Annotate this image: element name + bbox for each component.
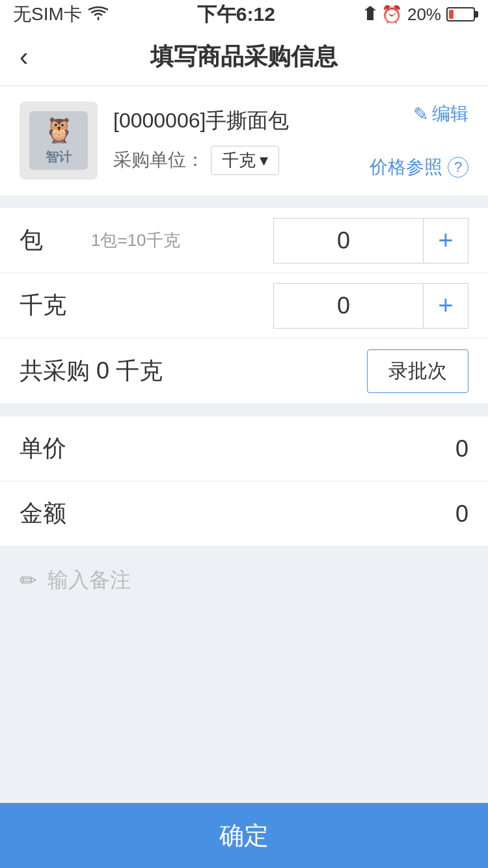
back-button[interactable]: ‹ xyxy=(20,42,28,72)
unit-select[interactable]: 千克 ▾ xyxy=(211,146,279,175)
unit-price-row: 单价 0 xyxy=(0,416,488,481)
battery-icon xyxy=(446,7,475,21)
kg-qty-input[interactable] xyxy=(273,283,423,329)
amount-row: 金额 0 xyxy=(0,481,488,547)
status-left: 无SIM卡 xyxy=(13,2,108,27)
wifi-icon xyxy=(88,4,108,25)
amount-label: 金额 xyxy=(20,498,66,530)
amount-value: 0 xyxy=(455,500,468,528)
bottom-spacer xyxy=(0,614,488,809)
kg-input-row: 千克 + xyxy=(0,273,488,338)
confirm-button[interactable]: 确定 xyxy=(0,803,488,868)
kg-qty-wrapper: + xyxy=(273,283,468,329)
nav-bar: ‹ 填写商品采购信息 xyxy=(0,29,488,86)
pack-input-row: 包 1包=10千克 + xyxy=(0,208,488,273)
status-right: ⏰ 20% xyxy=(364,5,475,25)
edit-button[interactable]: ✎ 编辑 xyxy=(413,102,468,126)
pencil-icon: ✏ xyxy=(20,568,37,593)
carrier-label: 无SIM卡 xyxy=(13,2,82,27)
page-title: 填写商品采购信息 xyxy=(150,41,338,73)
notes-section[interactable]: ✏ 输入备注 xyxy=(0,547,488,614)
status-time: 下午6:12 xyxy=(197,1,275,28)
edit-icon: ✎ xyxy=(413,103,428,125)
alarm-icon: ⏰ xyxy=(381,5,402,25)
battery-percent: 20% xyxy=(407,5,441,25)
pack-plus-button[interactable]: + xyxy=(423,218,468,264)
summary-text: 共采购 0 千克 xyxy=(20,355,163,387)
pack-sublabel: 1包=10千克 xyxy=(91,229,180,252)
pack-label: 包 xyxy=(20,224,85,256)
status-bar: 无SIM卡 下午6:12 ⏰ 20% xyxy=(0,0,488,29)
batch-button[interactable]: 录批次 xyxy=(367,349,468,393)
section-divider-2 xyxy=(0,403,488,416)
unit-price-value: 0 xyxy=(455,435,468,463)
kg-plus-button[interactable]: + xyxy=(423,283,468,329)
pack-qty-input[interactable] xyxy=(273,218,423,264)
kg-input-section: 千克 + xyxy=(0,273,488,338)
product-card: 🦉 智计 [0000006]手撕面包 采购单位： 千克 ▾ ✎ 编辑 价格参照 … xyxy=(0,86,488,195)
kg-label: 千克 xyxy=(20,290,85,321)
product-image: 🦉 智计 xyxy=(20,102,98,180)
logo-text: 智计 xyxy=(46,148,72,166)
price-section: 单价 0 金额 0 xyxy=(0,416,488,547)
help-icon: ? xyxy=(448,157,468,178)
summary-row: 共采购 0 千克 录批次 xyxy=(0,338,488,403)
pack-input-section: 包 1包=10千克 + xyxy=(0,208,488,273)
chevron-down-icon: ▾ xyxy=(260,150,268,170)
notes-placeholder: 输入备注 xyxy=(47,566,131,595)
unit-label: 采购单位： xyxy=(113,148,204,172)
unit-price-label: 单价 xyxy=(20,433,66,465)
location-icon xyxy=(364,5,376,25)
product-logo-icon: 🦉 xyxy=(44,116,74,144)
section-divider-1 xyxy=(0,195,488,208)
price-ref-button[interactable]: 价格参照 ? xyxy=(370,155,468,180)
pack-qty-wrapper: + xyxy=(273,218,468,264)
